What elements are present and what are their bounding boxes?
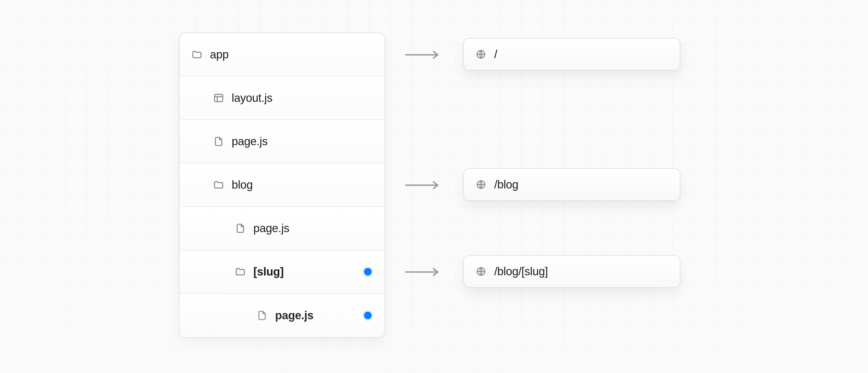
arrow-right-icon bbox=[404, 266, 442, 278]
tree-row-slug: [slug] bbox=[180, 250, 384, 294]
tree-row-label: blog bbox=[231, 178, 253, 191]
folder-icon bbox=[213, 179, 224, 190]
file-icon bbox=[257, 310, 268, 321]
url-path-label: /blog/[slug] bbox=[494, 265, 548, 278]
url-pill-root: / bbox=[463, 38, 680, 70]
file-icon bbox=[235, 223, 246, 234]
tree-row-page-blog: page.js bbox=[180, 207, 384, 250]
url-path-label: / bbox=[494, 48, 497, 61]
svg-rect-0 bbox=[215, 94, 223, 102]
tree-row-label: layout.js bbox=[231, 91, 272, 105]
globe-icon bbox=[476, 179, 486, 190]
tree-row-blog: blog bbox=[180, 164, 384, 207]
url-pill-blog: /blog bbox=[463, 168, 680, 201]
tree-row-page-slug: page.js bbox=[180, 294, 384, 337]
file-icon bbox=[213, 136, 224, 147]
tree-row-label: [slug] bbox=[253, 265, 284, 278]
url-pill-slug: /blog/[slug] bbox=[463, 255, 680, 288]
file-tree-panel: app layout.js page.js blog page.js bbox=[179, 33, 385, 338]
url-path-label: /blog bbox=[494, 178, 518, 191]
tree-row-label: page.js bbox=[231, 135, 268, 148]
highlight-dot-icon bbox=[364, 312, 372, 319]
tree-row-label: app bbox=[210, 48, 229, 61]
tree-row-app: app bbox=[180, 33, 384, 77]
diagram-stage: app layout.js page.js blog page.js bbox=[0, 0, 868, 373]
folder-icon bbox=[191, 49, 203, 60]
folder-icon bbox=[235, 266, 246, 277]
layout-icon bbox=[213, 92, 224, 104]
globe-icon bbox=[476, 266, 486, 277]
tree-row-label: page.js bbox=[253, 222, 289, 235]
globe-icon bbox=[476, 49, 486, 59]
highlight-dot-icon bbox=[364, 268, 372, 276]
tree-row-page-root: page.js bbox=[180, 120, 384, 164]
tree-row-label: page.js bbox=[275, 309, 314, 322]
arrow-right-icon bbox=[404, 180, 442, 191]
arrow-right-icon bbox=[404, 50, 442, 60]
tree-row-layout: layout.js bbox=[180, 77, 384, 120]
